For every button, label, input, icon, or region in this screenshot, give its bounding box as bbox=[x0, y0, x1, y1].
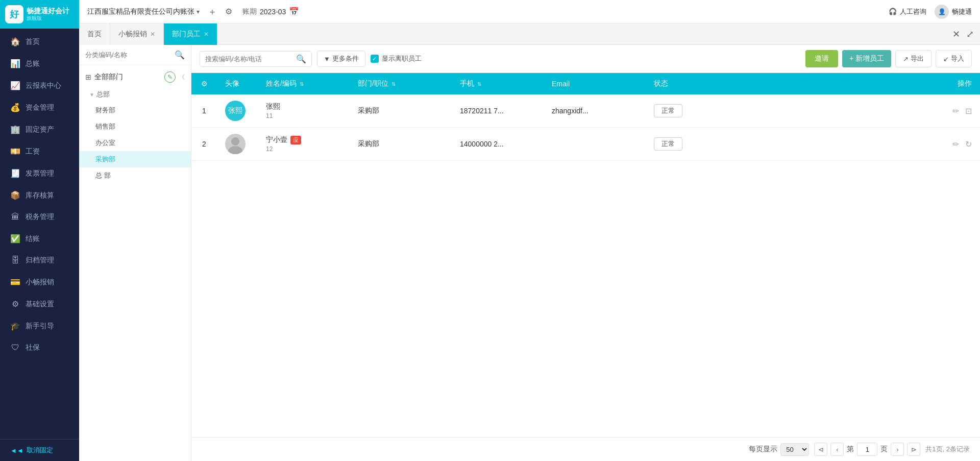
next-page-button[interactable]: › bbox=[891, 443, 904, 456]
sidebar-item-ledger[interactable]: 📊 总账 bbox=[0, 53, 79, 75]
col-status: 状态 bbox=[646, 73, 773, 94]
sidebar-item-expense[interactable]: 💳 小畅报销 bbox=[0, 271, 79, 293]
all-departments-header[interactable]: ⊞ 全部部门 ✎ 《 bbox=[79, 67, 191, 87]
export-label: 导出 bbox=[911, 54, 924, 63]
filter-button[interactable]: ▼ 更多条件 bbox=[317, 51, 365, 67]
prev-page-button[interactable]: ‹ bbox=[830, 443, 844, 456]
sidebar-nav: 🏠 首页 📊 总账 📈 云报表中心 💰 资金管理 🏢 固定资产 💴 工资 🧾 发… bbox=[0, 29, 79, 439]
first-page-button[interactable]: ⊲ bbox=[814, 443, 827, 456]
reports-icon: 📈 bbox=[10, 81, 20, 90]
row-action-cell: ✏ ↻ bbox=[773, 128, 980, 161]
tab-home[interactable]: 首页 bbox=[79, 23, 110, 45]
search-icon[interactable]: 🔍 bbox=[296, 54, 306, 64]
sidebar-item-closing[interactable]: ✅ 结账 bbox=[0, 228, 79, 250]
invoice-icon: 🧾 bbox=[10, 168, 20, 178]
dept-item-office[interactable]: 办公室 bbox=[79, 135, 191, 151]
settings-gear-icon[interactable]: ⚙ bbox=[225, 7, 232, 16]
support-button[interactable]: 🎧 人工咨询 bbox=[889, 7, 926, 16]
dept-name: 采购部 bbox=[358, 106, 379, 114]
tab-expense-close-icon[interactable]: ✕ bbox=[150, 31, 155, 38]
dept-search-box: 🔍 bbox=[79, 45, 191, 65]
guide-icon: 🎓 bbox=[10, 321, 20, 331]
sidebar-item-assets[interactable]: 🏢 固定资产 bbox=[0, 118, 79, 140]
col-name[interactable]: 姓名/编码 ⇅ bbox=[258, 73, 350, 94]
close-window-icon[interactable]: ✕ bbox=[952, 29, 960, 40]
logo-sub: 旗舰版 bbox=[27, 15, 69, 22]
col-dept[interactable]: 部门/职位 ⇅ bbox=[350, 73, 452, 94]
avatar bbox=[225, 134, 246, 154]
tab-expense[interactable]: 小畅报销 ✕ bbox=[110, 23, 164, 45]
sidebar-item-tax[interactable]: 🏛 税务管理 bbox=[0, 206, 79, 228]
invite-button[interactable]: 邀请 bbox=[805, 50, 838, 67]
import-button[interactable]: ↙ 导入 bbox=[936, 50, 972, 67]
archive-icon: 🗄 bbox=[10, 256, 20, 265]
top-header: 江西服宝精品有限责任公司内账张 ▾ ＋ ⚙ 账期 2023-03 📅 🎧 人工咨… bbox=[79, 0, 980, 23]
row-avatar-cell bbox=[217, 128, 258, 161]
home-icon: 🏠 bbox=[10, 37, 20, 46]
col-action: 操作 bbox=[773, 73, 980, 94]
company-selector[interactable]: 江西服宝精品有限责任公司内账张 ▾ bbox=[87, 7, 200, 16]
per-page-select[interactable]: 50 10 20 100 bbox=[780, 443, 809, 456]
inventory-icon: 📦 bbox=[10, 190, 20, 200]
sidebar-item-salary[interactable]: 💴 工资 bbox=[0, 140, 79, 162]
sidebar-item-settings[interactable]: ⚙ 基础设置 bbox=[0, 293, 79, 315]
sidebar-item-finance[interactable]: 💰 资金管理 bbox=[0, 96, 79, 118]
sidebar-item-invoice[interactable]: 🧾 发票管理 bbox=[0, 162, 79, 184]
col-phone[interactable]: 手机 ⇅ bbox=[452, 73, 544, 94]
sidebar-item-label: 资金管理 bbox=[26, 103, 54, 112]
add-company-button[interactable]: ＋ bbox=[206, 6, 219, 18]
period-label: 账期 bbox=[242, 7, 257, 16]
show-resigned-toggle[interactable]: ✓ 显示离职员工 bbox=[371, 54, 422, 63]
employee-name: 宁小壹 bbox=[266, 135, 287, 144]
sidebar-item-guide[interactable]: 🎓 新手引导 bbox=[0, 315, 79, 337]
root-dept-label: ▼ 总部 bbox=[79, 87, 191, 102]
calendar-icon[interactable]: 📅 bbox=[289, 7, 299, 16]
edit-icon[interactable]: ✏ bbox=[952, 106, 959, 116]
sidebar-item-label: 工资 bbox=[26, 147, 40, 156]
export-button[interactable]: ↗ 导出 bbox=[895, 50, 932, 67]
refresh-icon[interactable]: ↻ bbox=[965, 139, 972, 149]
row-num: 1 bbox=[191, 94, 217, 128]
edit-icon[interactable]: ✏ bbox=[952, 139, 959, 149]
dept-item-general[interactable]: 总 部 bbox=[79, 167, 191, 184]
sidebar: 好 畅捷通好会计 旗舰版 🏠 首页 📊 总账 📈 云报表中心 💰 资金管理 🏢 … bbox=[0, 0, 79, 461]
sidebar-item-reports[interactable]: 📈 云报表中心 bbox=[0, 75, 79, 96]
right-panel: 🔍 ▼ 更多条件 ✓ 显示离职员工 邀请 + 新增员工 ↗ 导出 bbox=[191, 45, 980, 461]
sidebar-item-inventory[interactable]: 📦 库存核算 bbox=[0, 184, 79, 206]
search-input[interactable] bbox=[205, 55, 296, 63]
period-value: 2023-03 bbox=[260, 8, 286, 16]
add-employee-button[interactable]: + 新增员工 bbox=[842, 50, 891, 67]
header-right: 🎧 人工咨询 👤 畅捷通 bbox=[889, 5, 972, 19]
page-number-input[interactable] bbox=[857, 443, 877, 456]
dept-item-purchasing[interactable]: 采购部 bbox=[79, 151, 191, 167]
dept-search-icon[interactable]: 🔍 bbox=[175, 50, 185, 60]
last-page-button[interactable]: ⊳ bbox=[907, 443, 920, 456]
maximize-icon[interactable]: ⤢ bbox=[966, 29, 974, 40]
collapse-icon[interactable]: 《 bbox=[179, 73, 185, 82]
logout-icon[interactable]: ⊡ bbox=[965, 106, 972, 116]
logo-text: 畅捷通好会计 bbox=[27, 7, 69, 15]
sidebar-item-archive[interactable]: 🗄 归档管理 bbox=[0, 250, 79, 271]
dept-edit-button[interactable]: ✎ bbox=[164, 71, 176, 83]
show-resigned-checkbox[interactable]: ✓ bbox=[371, 55, 379, 63]
page-suffix: 页 bbox=[880, 445, 888, 454]
tab-employees[interactable]: 部门员工 ✕ bbox=[164, 23, 217, 45]
user-menu[interactable]: 👤 畅捷通 bbox=[935, 5, 972, 19]
toolbar: 🔍 ▼ 更多条件 ✓ 显示离职员工 邀请 + 新增员工 ↗ 导出 bbox=[191, 45, 980, 73]
sidebar-item-social[interactable]: 🛡 社保 bbox=[0, 337, 79, 358]
unpin-button[interactable]: ◄◄ 取消固定 bbox=[0, 439, 79, 461]
tax-icon: 🏛 bbox=[10, 212, 20, 222]
dept-item-label: 销售部 bbox=[95, 122, 115, 131]
dept-search-input[interactable] bbox=[85, 51, 172, 59]
employee-table: ⚙ 头像 姓名/编码 ⇅ 部门/职位 ⇅ 手机 ⇅ Email 状态 操作 bbox=[191, 73, 980, 161]
company-name-text: 江西服宝精品有限责任公司内账张 bbox=[87, 7, 194, 16]
all-dept-label: 全部部门 bbox=[94, 72, 123, 82]
col-settings[interactable]: ⚙ bbox=[191, 73, 217, 94]
dept-item-finance[interactable]: 财务部 bbox=[79, 102, 191, 118]
show-resigned-label: 显示离职员工 bbox=[382, 54, 422, 63]
sidebar-item-label: 总账 bbox=[26, 59, 40, 68]
dept-item-sales[interactable]: 销售部 bbox=[79, 118, 191, 135]
sidebar-item-home[interactable]: 🏠 首页 bbox=[0, 31, 79, 53]
expense-icon: 💳 bbox=[10, 277, 20, 287]
tab-employees-close-icon[interactable]: ✕ bbox=[204, 31, 209, 38]
